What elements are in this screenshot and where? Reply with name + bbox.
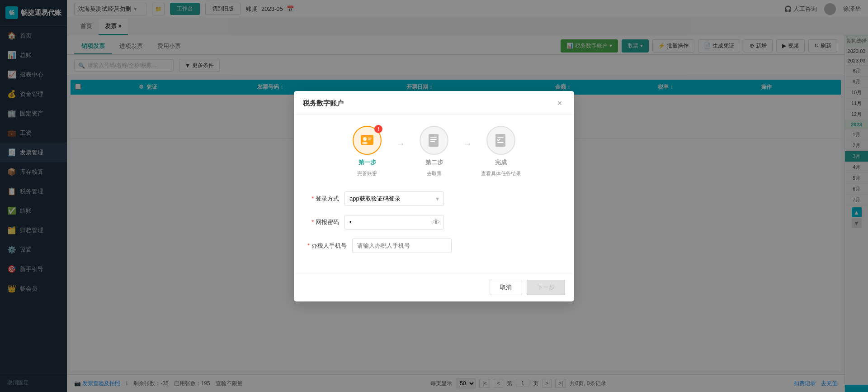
svg-rect-7 <box>430 139 437 140</box>
modal-overlay[interactable]: 税务数字账户 × ! <box>0 0 868 392</box>
checklist-icon <box>493 132 509 148</box>
svg-rect-3 <box>368 139 371 140</box>
login-method-select[interactable]: app获取验证码登录 ▾ <box>344 191 444 206</box>
modal-body: ! 第一步 完善账密 → <box>294 115 574 273</box>
svg-rect-5 <box>429 134 439 147</box>
modal-header: 税务数字账户 × <box>294 91 574 115</box>
login-method-label: * 登录方式 <box>307 195 339 203</box>
svg-rect-11 <box>497 142 504 143</box>
modal-title: 税务数字账户 <box>303 99 344 108</box>
step-3: 完成 查看具体任务结果 <box>474 126 528 177</box>
phone-field-wrap <box>352 239 452 253</box>
svg-rect-6 <box>430 137 437 138</box>
step-2-label: 第二步 <box>425 158 443 167</box>
next-step-button[interactable]: 下一步 <box>527 280 565 295</box>
modal-close-btn[interactable]: × <box>554 98 565 109</box>
step-3-sublabel: 查看具体任务结果 <box>481 170 521 177</box>
step-2-sublabel: 去取票 <box>427 170 442 177</box>
phone-input[interactable] <box>357 242 447 249</box>
password-field-wrap: 👁 <box>344 215 444 229</box>
svg-rect-10 <box>497 137 504 138</box>
tax-digital-modal: 税务数字账户 × ! <box>294 91 574 301</box>
person-card-icon <box>359 132 375 148</box>
step-1: ! 第一步 完善账密 <box>340 126 394 177</box>
login-method-row: * 登录方式 app获取验证码登录 ▾ <box>307 191 561 206</box>
step-2-icon <box>420 126 448 155</box>
step-1-badge: ! <box>374 125 382 133</box>
steps-row: ! 第一步 完善账密 → <box>307 126 561 177</box>
svg-point-1 <box>363 137 367 141</box>
document-icon <box>426 132 442 148</box>
svg-point-4 <box>362 142 368 144</box>
password-toggle-icon[interactable]: 👁 <box>433 218 440 226</box>
step-1-icon: ! <box>353 126 382 155</box>
step-connector-2: → <box>461 126 474 149</box>
phone-row: * 办税人手机号 <box>307 239 561 253</box>
step-connector-1: → <box>394 126 407 149</box>
step-3-label: 完成 <box>495 158 507 167</box>
svg-rect-8 <box>430 141 435 142</box>
step-2: 第二步 去取票 <box>407 126 461 177</box>
cancel-button[interactable]: 取消 <box>490 280 522 295</box>
svg-rect-9 <box>495 134 505 147</box>
password-label: * 网报密码 <box>307 218 339 226</box>
step-3-icon <box>486 126 515 155</box>
step-1-label: 第一步 <box>359 158 376 167</box>
step-1-sublabel: 完善账密 <box>357 170 377 177</box>
password-row: * 网报密码 👁 <box>307 215 561 229</box>
phone-label: * 办税人手机号 <box>307 242 347 250</box>
select-arrow-icon: ▾ <box>436 195 439 202</box>
svg-rect-2 <box>368 138 372 139</box>
login-method-value: app获取验证码登录 <box>349 195 401 203</box>
password-input[interactable] <box>349 219 439 225</box>
modal-footer: 取消 下一步 <box>294 273 574 301</box>
